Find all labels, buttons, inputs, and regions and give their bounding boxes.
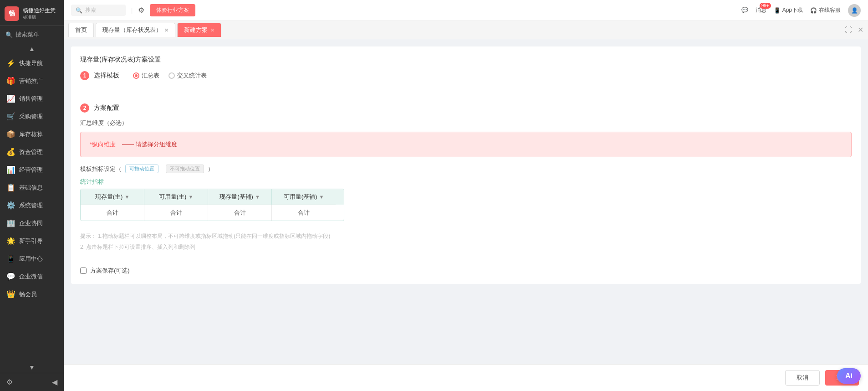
sidebar-item-marketing[interactable]: 🎁 营销推广 [0,72,64,90]
sidebar-item-quick-nav[interactable]: ⚡ 快捷导航 [0,54,64,72]
sidebar-search[interactable]: 🔍 搜索菜单 [0,26,64,43]
tab-inventory-status[interactable]: 现存量（库存状况表） ✕ [96,23,175,37]
phone-icon: 📱 [774,7,781,14]
wechat-icon: 💬 [6,272,15,281]
sidebar-item-guide[interactable]: 🌟 新手引导 [0,232,64,250]
col-0[interactable]: 现存量(主) ▼ [81,189,144,205]
step2-header: 2 方案配置 [80,103,852,113]
topbar-right: 💬 99+ 消息 📱 App下载 🎧 在线客服 👤 [741,4,861,17]
cell-2-sub: 合计 [208,205,272,221]
topbar-settings-icon[interactable]: ⚙ [138,6,144,15]
sidebar-scroll-down[interactable]: ▼ [27,362,37,373]
finance-icon: 💰 [6,148,15,156]
indicator-badge-drag: 可拖动位置 [125,165,158,173]
quick-nav-icon: ⚡ [6,59,15,67]
col-2-label: 现存量(基辅) [220,193,253,201]
topbar-search[interactable]: 🔍 搜索 [71,5,126,16]
radio-summary[interactable]: 汇总表 [133,72,159,80]
col-1-label: 可用量(主) [159,193,187,201]
save-label: 方案保存(可选) [90,267,130,275]
sidebar-item-member[interactable]: 👑 畅会员 [0,285,64,303]
purchase-icon: 🛒 [6,112,15,121]
step2-label: 方案配置 [94,104,119,112]
tab-new-plan-close[interactable]: ✕ [210,27,214,33]
member-icon: 👑 [6,290,15,298]
sidebar-item-sales[interactable]: 📈 销售管理 [0,90,64,108]
enterprise-icon: 🏢 [6,219,15,227]
main: 🔍 搜索 | ⚙ 体验行业方案 💬 99+ 消息 📱 App下载 🎧 在线客服 … [64,0,868,391]
dimension-box[interactable]: *纵向维度 —— 请选择分组维度 [80,132,852,157]
radio-cross[interactable]: 交叉统计表 [168,72,207,80]
sidebar-item-operations[interactable]: 📊 经营管理 [0,161,64,179]
app-download[interactable]: 📱 App下载 [774,6,803,14]
tab-inventory-status-close[interactable]: ✕ [164,27,168,33]
user-avatar[interactable]: 👤 [848,4,861,17]
tab-new-plan[interactable]: 新建方案 ✕ [177,23,221,37]
save-checkbox[interactable] [80,268,87,274]
dimension-label: 汇总维度（必选） [80,119,852,127]
settings-icon[interactable]: ⚙ [6,378,13,386]
sidebar-scroll-up[interactable]: ▲ [27,43,37,54]
sidebar-item-purchase[interactable]: 🛒 采购管理 [0,108,64,125]
topbar-search-icon: 🔍 [76,7,82,14]
close-panel-icon[interactable]: ✕ [858,26,863,34]
stats-row-0: 合计 合计 合计 合计 [81,205,344,221]
dimension-required: *纵向维度 [90,140,116,149]
inventory-icon: 📦 [6,130,15,139]
ai-badge[interactable]: Ai [837,368,861,384]
col-0-chevron: ▼ [124,194,129,200]
topbar: 🔍 搜索 | ⚙ 体验行业方案 💬 99+ 消息 📱 App下载 🎧 在线客服 … [64,0,868,21]
basic-info-icon: 📋 [6,183,15,192]
cancel-button[interactable]: 取消 [785,370,820,386]
step1-num: 1 [80,71,89,80]
dimension-placeholder: —— 请选择分组维度 [122,140,177,149]
col-2[interactable]: 现存量(基辅) ▼ [208,189,272,205]
guide-icon: 🌟 [6,237,15,245]
industry-btn[interactable]: 体验行业方案 [150,4,195,16]
expand-panel-icon[interactable]: ⛶ [845,26,852,34]
sidebar-bottom: ⚙ ◀ [0,373,64,391]
sidebar-item-basic-info[interactable]: 📋 基础信息 [0,179,64,196]
col-1-chevron: ▼ [188,194,193,200]
stats-header: 现存量(主) ▼ 可用量(主) ▼ 现存量(基辅) ▼ [81,189,344,205]
col-3[interactable]: 可用量(基辅) ▼ [272,189,336,205]
tab-home[interactable]: 首页 [68,23,94,37]
tip-1: 2. 点击标题栏下拉可设置排序、插入列和删除列 [80,242,852,252]
col-1[interactable]: 可用量(主) ▼ [144,189,208,205]
sidebar-item-enterprise[interactable]: 🏢 企业协同 [0,214,64,232]
cell-0-sub: 合计 [81,205,144,221]
sidebar-item-inventory[interactable]: 📦 库存核算 [0,125,64,143]
tip-0: 提示： 1.拖动标题栏可以调整布局，不可跨维度或指标区域拖动(只能在同一维度或指… [80,231,852,242]
sidebar-item-system[interactable]: ⚙️ 系统管理 [0,196,64,214]
tips: 提示： 1.拖动标题栏可以调整布局，不可跨维度或指标区域拖动(只能在同一维度或指… [80,231,852,252]
headset-icon: 🎧 [810,7,817,14]
message-badge[interactable]: 💬 99+ 消息 [741,6,766,14]
radio-cross-dot [168,72,175,79]
indicator-label: 模板指标设定（ 可拖动位置 不可拖动位置 ） [80,165,852,173]
sidebar-nav: ⚡ 快捷导航 🎁 营销推广 📈 销售管理 🛒 采购管理 📦 库存核算 💰 资金管… [0,54,64,362]
sidebar-item-app-center[interactable]: 📱 应用中心 [0,250,64,268]
tabbar: 首页 现存量（库存状况表） ✕ 新建方案 ✕ ⛶ ✕ [64,21,868,39]
online-service[interactable]: 🎧 在线客服 [810,6,841,14]
collapse-icon[interactable]: ◀ [52,378,57,386]
col-2-chevron: ▼ [255,194,260,200]
step2-num: 2 [80,103,89,113]
step1-label: 选择模板 [94,72,119,80]
col-3-chevron: ▼ [319,194,324,200]
tab-new-plan-label: 新建方案 [184,26,208,34]
settings-panel: 现存量(库存状况表)方案设置 1 选择模板 汇总表 交叉统计表 [71,46,861,284]
footer-bar: 取消 查询 [64,364,868,391]
sidebar-item-wechat[interactable]: 💬 企业微信 [0,268,64,285]
indicator-settings: 模板指标设定（ 可拖动位置 不可拖动位置 ） 统计指标 现存量(主) ▼ [80,165,852,222]
radio-summary-dot [133,72,139,79]
message-icon: 💬 [741,7,748,13]
app-center-icon: 📱 [6,254,15,263]
step1-section: 1 选择模板 汇总表 交叉统计表 [80,71,852,95]
sidebar-item-finance[interactable]: 💰 资金管理 [0,143,64,161]
marketing-icon: 🎁 [6,77,15,85]
stats-title: 统计指标 [80,178,852,186]
sidebar: 畅 畅捷通好生意 标准版 🔍 搜索菜单 ▲ ⚡ 快捷导航 🎁 营销推广 📈 销售… [0,0,64,391]
message-count: 99+ [760,3,771,9]
logo-badge: 标准版 [23,14,56,21]
cell-3-sub: 合计 [272,205,336,221]
